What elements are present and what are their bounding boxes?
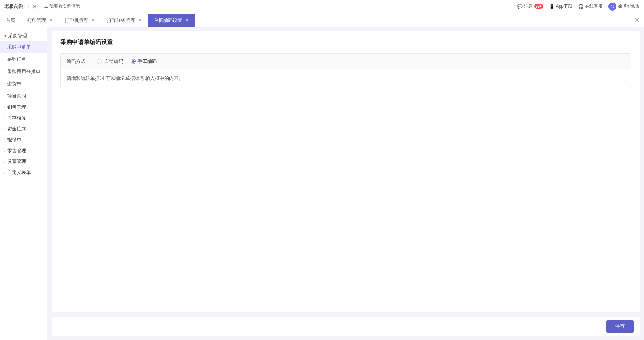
- sidebar-item-stock-in[interactable]: 进货单: [0, 78, 47, 90]
- tab-single-code-label: 单据编码设置: [154, 17, 182, 24]
- coding-row: 编码方式 自动编码 手工编码: [61, 54, 631, 69]
- sidebar-item-purchase-request[interactable]: 采购申请单: [0, 41, 47, 53]
- sidebar: ▾ 采购管理 采购申请单 采购订单 采购费用分摊单 进货单 › 项目合同 › 销…: [0, 27, 47, 340]
- coding-label: 编码方式: [67, 58, 88, 65]
- tab-printer-mgmt-label: 打印机管理: [65, 17, 88, 24]
- sidebar-group-invoice[interactable]: › 发票管理: [0, 155, 47, 166]
- radio-auto-circle: [97, 59, 102, 64]
- username: 徐泽华修改: [618, 3, 640, 9]
- tab-print-mgmt-label: 打印管理: [27, 17, 46, 24]
- purchase-group-label: 采购管理: [8, 33, 27, 39]
- message-badge: 99+: [534, 4, 543, 9]
- custom-arrow: ›: [4, 170, 6, 175]
- radio-group: 自动编码 手工编码: [97, 58, 157, 65]
- app-icon: 📱: [549, 4, 555, 9]
- tab-single-code-close[interactable]: ✕: [185, 18, 189, 23]
- tab-printer-mgmt[interactable]: 打印机管理 ✕: [59, 14, 101, 27]
- tab-home[interactable]: 首页: [0, 14, 21, 27]
- top-bar: 老板勿割! | ⚙ | ☁ 我要看实例演示 💬 消息 99+ 📱 App下载 🎧…: [0, 0, 644, 13]
- sidebar-group-funds[interactable]: › 资金往来: [0, 123, 47, 134]
- app-download-action[interactable]: 📱 App下载: [549, 3, 572, 9]
- online-service-action[interactable]: 🎧 在线客服: [578, 3, 603, 9]
- message-label: 消息: [524, 3, 533, 9]
- sidebar-item-purchase-expense[interactable]: 采购费用分摊单: [0, 65, 47, 78]
- top-bar-right: 💬 消息 99+ 📱 App下载 🎧 在线客服 徐 徐泽华修改: [517, 3, 640, 11]
- app-download-label: App下载: [556, 3, 572, 9]
- sidebar-item-purchase-expense-label: 采购费用分摊单: [7, 69, 40, 74]
- sales-arrow: ›: [4, 105, 6, 109]
- footer-bar: 保存: [52, 317, 640, 336]
- top-bar-left: 老板勿割! | ⚙ | ☁ 我要看实例演示: [4, 3, 80, 10]
- tab-bar-close-all[interactable]: ✕: [634, 16, 644, 24]
- radio-manual-circle: [131, 59, 136, 64]
- inventory-group-label: 库存核算: [7, 115, 26, 121]
- tab-print-task-label: 打印任务管理: [107, 17, 135, 24]
- project-arrow: ›: [4, 94, 6, 98]
- returns-group-label: 报销单: [7, 137, 21, 143]
- tab-bar: 首页 打印管理 ✕ 打印机管理 ✕ 打印任务管理 ✕ 单据编码设置 ✕ ✕: [0, 13, 644, 27]
- avatar: 徐: [608, 3, 616, 11]
- radio-manual[interactable]: 手工编码: [131, 58, 157, 65]
- inventory-arrow: ›: [4, 116, 6, 120]
- tab-print-task[interactable]: 打印任务管理 ✕: [101, 14, 148, 27]
- coding-section: 编码方式 自动编码 手工编码 新增和编辑单据时,可以编辑'单据编号'输入框中的内…: [60, 53, 631, 88]
- tab-print-mgmt[interactable]: 打印管理 ✕: [21, 14, 59, 27]
- sidebar-item-purchase-request-label: 采购申请单: [7, 44, 31, 49]
- sidebar-group-returns[interactable]: › 报销单: [0, 134, 47, 145]
- tab-print-mgmt-close[interactable]: ✕: [49, 18, 53, 23]
- funds-group-label: 资金往来: [7, 126, 26, 132]
- sidebar-group-project[interactable]: › 项目合同: [0, 90, 47, 101]
- invoice-group-label: 发票管理: [7, 158, 26, 165]
- sidebar-group-custom[interactable]: › 自定义表单: [0, 166, 47, 177]
- user-profile[interactable]: 徐 徐泽华修改: [608, 3, 640, 11]
- content-inner: 采购申请单编码设置 编码方式 自动编码 手工编码: [52, 31, 640, 312]
- tab-printer-mgmt-close[interactable]: ✕: [91, 18, 95, 23]
- sidebar-item-purchase-order-label: 采购订单: [7, 56, 26, 62]
- cloud-icon: ☁: [44, 4, 48, 9]
- top-divider: |: [28, 4, 29, 9]
- tab-single-code[interactable]: 单据编码设置 ✕: [148, 14, 195, 27]
- sidebar-group-sales[interactable]: › 销售管理: [0, 101, 47, 112]
- radio-auto-label: 自动编码: [104, 58, 123, 65]
- tab-home-label: 首页: [6, 17, 15, 24]
- message-icon: 💬: [517, 4, 523, 9]
- sales-group-label: 销售管理: [7, 104, 26, 110]
- page-title: 采购申请单编码设置: [60, 39, 631, 46]
- content-area: 采购申请单编码设置 编码方式 自动编码 手工编码: [47, 27, 644, 340]
- settings-icon[interactable]: ⚙: [32, 4, 37, 9]
- retail-arrow: ›: [4, 149, 6, 153]
- sidebar-group-retail[interactable]: › 零售管理: [0, 145, 47, 155]
- logo: 老板勿割!: [4, 3, 25, 10]
- sidebar-item-purchase-order[interactable]: 采购订单: [0, 53, 47, 65]
- sidebar-group-inventory[interactable]: › 库存核算: [0, 112, 47, 123]
- returns-arrow: ›: [4, 138, 6, 142]
- sidebar-group-purchase[interactable]: ▾ 采购管理: [0, 30, 47, 41]
- sidebar-item-stock-in-label: 进货单: [7, 81, 21, 86]
- project-group-label: 项目合同: [7, 93, 26, 100]
- retail-group-label: 零售管理: [7, 147, 26, 154]
- custom-group-label: 自定义表单: [7, 169, 31, 176]
- top-divider2: |: [40, 4, 41, 9]
- hint-text: 新增和编辑单据时,可以编辑'单据编号'输入框中的内容。: [61, 69, 631, 88]
- radio-auto[interactable]: 自动编码: [97, 58, 123, 65]
- tab-print-task-close[interactable]: ✕: [138, 18, 142, 23]
- headset-icon: 🎧: [578, 4, 584, 9]
- radio-manual-label: 手工编码: [138, 58, 157, 65]
- main-layout: ▾ 采购管理 采购申请单 采购订单 采购费用分摊单 进货单 › 项目合同 › 销…: [0, 27, 644, 340]
- save-button[interactable]: 保存: [606, 320, 634, 333]
- invoice-arrow: ›: [4, 159, 6, 164]
- demo-link[interactable]: ☁ 我要看实例演示: [44, 3, 80, 9]
- online-service-label: 在线客服: [585, 3, 603, 9]
- purchase-arrow: ▾: [4, 34, 7, 39]
- funds-arrow: ›: [4, 127, 6, 131]
- message-action[interactable]: 💬 消息 99+: [517, 3, 543, 9]
- demo-label: 我要看实例演示: [49, 3, 80, 9]
